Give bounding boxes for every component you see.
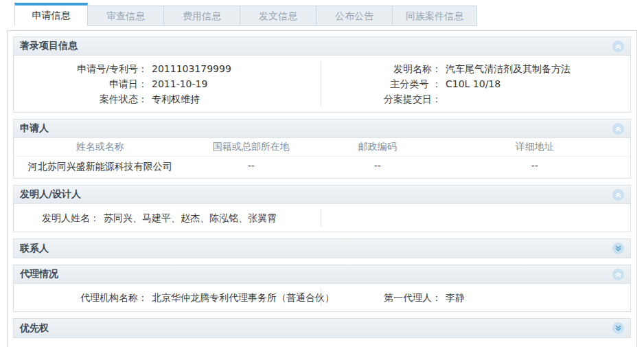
inventor-names-field: 发明人姓名： 苏同兴、马建平、赵杰、陈泓铭、张翼霄 — [14, 209, 321, 227]
section-contact: 联系人 — [13, 238, 631, 258]
section-title: 联系人 — [20, 243, 49, 255]
tab-family-case-info[interactable]: 同族案件信息 — [392, 5, 477, 26]
bibliographic-right-column: 发明名称： 汽车尾气清洁剂及其制备方法 主分类号 ： C10L 10/18 分案… — [321, 61, 630, 107]
section-applicant-header: 申请人 — [14, 120, 630, 138]
applicant-address-cell: -- — [439, 160, 630, 172]
table-row: 河北苏同兴盛新能源科技有限公司 -- -- -- — [14, 156, 630, 178]
column-header-name: 姓名或名称 — [14, 141, 186, 153]
field-value: C10L 10/18 — [446, 76, 501, 91]
inventor-names: 苏同兴、马建平、赵杰、陈泓铭、张翼霄 — [104, 209, 277, 227]
field-label: 发明名称： — [321, 61, 441, 76]
section-title: 著录项目信息 — [20, 40, 78, 52]
section-agency-header: 代理情况 — [14, 265, 630, 284]
field-label: 申请日： — [14, 76, 148, 91]
section-bibliographic: 著录项目信息 申请号/专利号： 2011103179999 申请日： 2011-… — [13, 36, 631, 113]
collapse-up-icon[interactable] — [612, 189, 624, 201]
section-title: 代理情况 — [20, 268, 58, 280]
applicant-table: 姓名或名称 国籍或总部所在地 邮政编码 详细地址 河北苏同兴盛新能源科技有限公司… — [14, 138, 630, 178]
applicant-table-header: 姓名或名称 国籍或总部所在地 邮政编码 详细地址 — [14, 138, 630, 156]
field-invention-title: 发明名称： 汽车尾气清洁剂及其制备方法 — [321, 61, 630, 76]
tab-application-info[interactable]: 申请信息 — [14, 3, 88, 26]
section-inventor-header: 发明人/设计人 — [14, 186, 630, 204]
column-header-postal-code: 邮政编码 — [316, 141, 439, 153]
agency-name: 北京华仲龙腾专利代理事务所（普通合伙） — [152, 289, 334, 306]
section-applicant: 申请人 姓名或名称 国籍或总部所在地 邮政编码 详细地址 河北苏同兴盛新能源科技… — [13, 119, 631, 179]
field-main-classification: 主分类号 ： C10L 10/18 — [321, 76, 630, 91]
section-contact-header: 联系人 — [14, 239, 630, 258]
tab-bar: 申请信息 审查信息 费用信息 发文信息 公布公告 同族案件信息 — [14, 3, 644, 26]
column-header-address: 详细地址 — [439, 141, 630, 153]
field-application-number: 申请号/专利号： 2011103179999 — [14, 61, 321, 76]
application-info-panel: 著录项目信息 申请号/专利号： 2011103179999 申请日： 2011-… — [7, 30, 637, 347]
section-bibliographic-header: 著录项目信息 — [14, 37, 630, 56]
field-divisional-filing-date: 分案提交日： — [321, 91, 630, 107]
first-agent-name: 李静 — [446, 289, 465, 306]
tab-examination-info[interactable]: 审查信息 — [87, 5, 164, 26]
field-application-date: 申请日： 2011-10-19 — [14, 76, 321, 91]
section-title: 优先权 — [20, 322, 49, 335]
field-label: 第一代理人： — [321, 289, 441, 306]
applicant-name: 河北苏同兴盛新能源科技有限公司 — [28, 161, 172, 172]
field-label: 案件状态： — [14, 91, 148, 107]
section-priority: 优先权 — [13, 318, 631, 338]
expand-down-icon[interactable] — [612, 243, 624, 254]
section-title: 申请人 — [20, 122, 49, 135]
field-value: 汽车尾气清洁剂及其制备方法 — [446, 61, 571, 76]
field-value: 2011-10-19 — [152, 76, 207, 91]
tab-issued-documents-info[interactable]: 发文信息 — [240, 5, 317, 26]
field-label: 主分类号 ： — [321, 76, 441, 91]
section-title: 发明人/设计人 — [20, 188, 81, 201]
tab-fee-info[interactable]: 费用信息 — [163, 5, 240, 26]
agency-name-field: 代理机构名称： 北京华仲龙腾专利代理事务所（普通合伙） — [14, 289, 321, 306]
column-header-nationality: 国籍或总部所在地 — [186, 141, 316, 153]
first-agent-field: 第一代理人： 李静 — [321, 289, 630, 306]
section-inventor: 发明人/设计人 发明人姓名： 苏同兴、马建平、赵杰、陈泓铭、张翼霄 — [13, 185, 631, 232]
field-label: 分案提交日： — [321, 91, 441, 107]
field-label: 发明人姓名： — [14, 209, 100, 227]
inventor-right-empty — [321, 209, 630, 227]
collapse-up-icon[interactable] — [612, 123, 624, 135]
section-priority-header: 优先权 — [14, 319, 630, 337]
applicant-nationality-cell: -- — [186, 160, 316, 172]
collapse-up-icon[interactable] — [612, 269, 624, 280]
field-value: 专利权维持 — [152, 91, 200, 107]
inventor-content: 发明人姓名： 苏同兴、马建平、赵杰、陈泓铭、张翼霄 — [14, 204, 630, 232]
agency-content: 代理机构名称： 北京华仲龙腾专利代理事务所（普通合伙） 第一代理人： 李静 — [14, 284, 630, 311]
field-label: 申请号/专利号： — [14, 61, 148, 76]
bibliographic-left-column: 申请号/专利号： 2011103179999 申请日： 2011-10-19 案… — [14, 61, 321, 107]
field-value: 2011103179999 — [152, 61, 231, 76]
applicant-name-cell: 河北苏同兴盛新能源科技有限公司 — [14, 160, 186, 172]
bibliographic-content: 申请号/专利号： 2011103179999 申请日： 2011-10-19 案… — [14, 56, 630, 112]
expand-down-icon[interactable] — [612, 322, 624, 334]
tab-publication-announcement[interactable]: 公布公告 — [316, 5, 393, 26]
collapse-up-icon[interactable] — [612, 41, 624, 52]
field-case-status: 案件状态： 专利权维持 — [14, 91, 321, 107]
field-label: 代理机构名称： — [14, 289, 148, 306]
applicant-postal-code-cell: -- — [316, 160, 439, 172]
section-agency: 代理情况 代理机构名称： 北京华仲龙腾专利代理事务所（普通合伙） 第一代理人： … — [13, 265, 631, 312]
